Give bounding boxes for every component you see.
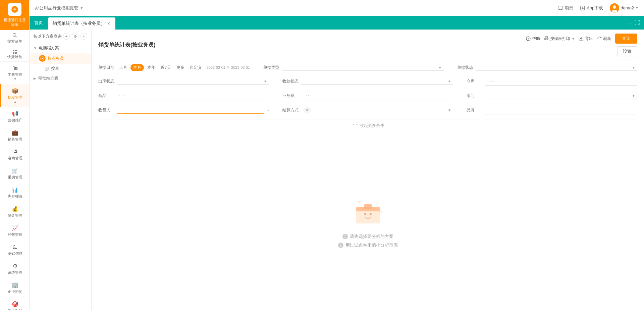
sidebar-item-enterprise[interactable]: 🏢 企业协同 — [0, 278, 29, 298]
filter-receiver: 收货人 ··· — [98, 105, 269, 115]
settle-tag: × — [303, 107, 311, 113]
out-status-select[interactable]: ▼ — [117, 79, 269, 85]
sidebar-logo[interactable]: 畅捷通好生意 标版 — [0, 0, 29, 30]
dept-label: 部门 — [467, 93, 485, 99]
quick-nav[interactable]: 快捷导航 — [0, 47, 29, 62]
sidebar-item-marketing[interactable]: 📢 营销推广 — [0, 107, 29, 126]
filter-row-3: 商品 ··· 业务员 ··· 部门 — [98, 90, 637, 101]
tree-item-by-salesman[interactable]: 按业务员 — [30, 53, 91, 64]
sidebar-item-label: 采购管理 — [8, 175, 22, 180]
logo-subtext: 标版 — [11, 22, 18, 27]
print-btn[interactable]: 按模板打印 ▼ — [544, 36, 575, 42]
collapse-up-icon: ⌃⌃ — [352, 123, 359, 128]
company-dropdown[interactable]: 办公用品行业模拟账套 ▼ — [35, 5, 84, 11]
filter-row-1: 单据日期 上月 本月 本年 近7天 更多 自定义 2023-03-01 至 20… — [98, 63, 637, 72]
tabbar: 首页 销货单统计表（按业务员） ✕ — ⛶ — [30, 16, 644, 30]
tab-maximize-btn[interactable]: ⛶ — [635, 20, 640, 26]
tab-sales-stat[interactable]: 销货单统计表（按业务员） ✕ — [48, 17, 115, 30]
date-tab-last-7[interactable]: 近7天 — [159, 64, 173, 71]
tree-group-desktop[interactable]: ▼ 电脑端方案 — [30, 43, 91, 53]
brand-select[interactable]: ··· — [485, 106, 637, 114]
export-btn[interactable]: 导出 — [579, 36, 593, 42]
collapse-panel-btn[interactable]: « — [80, 33, 87, 40]
tree-arrow-icon: ▼ — [34, 46, 37, 50]
refresh-label: 刷新 — [603, 36, 611, 42]
doc-status-select[interactable]: ▼ — [476, 65, 637, 71]
salesman-dots-icon: ··· — [303, 93, 310, 99]
help-icon: ? — [526, 36, 531, 41]
tab-close-icon[interactable]: ✕ — [107, 21, 110, 26]
sidebar-item-ecom[interactable]: 🖥 电商管理 — [0, 145, 29, 164]
svg-point-30 — [379, 210, 382, 213]
help-label: 帮助 — [532, 36, 540, 42]
sidebar-item-retail[interactable]: 🛍 零售管理 ▼ — [0, 62, 29, 84]
sidebar-item-wholesale[interactable]: 📦 批发管理 ▲ — [0, 84, 29, 107]
collapse-conditions-btn[interactable]: ⌃⌃ 收起更多条件 — [352, 121, 384, 131]
message-btn[interactable]: 消息 — [558, 5, 573, 11]
sidebar-item-inventory[interactable]: 📊 库存核算 — [0, 183, 29, 202]
user-menu[interactable]: demo2 ▼ — [610, 3, 639, 13]
warehouse-select[interactable]: ··· — [485, 77, 637, 86]
app-download-btn[interactable]: App下载 — [580, 5, 603, 11]
sidebar-item-label: 系统管理 — [8, 270, 22, 275]
receiver-input[interactable] — [117, 107, 264, 114]
tab-minimize-btn[interactable]: — — [627, 20, 632, 26]
settle-select[interactable]: × ▼ — [301, 106, 453, 114]
message-label: 消息 — [565, 5, 573, 11]
brand-label: 品牌 — [467, 107, 485, 113]
add-scheme-btn[interactable]: + — [63, 33, 70, 40]
filter-doc-type: 单据类型 ▼ — [263, 63, 443, 72]
date-tab-custom[interactable]: 自定义 — [188, 64, 204, 71]
search-menu[interactable]: 搜索菜单 — [0, 30, 29, 47]
tree-item-by-order[interactable]: 按单 — [30, 64, 91, 73]
hint-2-num: 2 — [338, 243, 343, 248]
sidebar-item-operation[interactable]: 📈 经营管理 — [0, 221, 29, 241]
doc-type-select[interactable]: ▼ — [282, 65, 443, 71]
hint-1-num: 1 — [342, 234, 348, 239]
pay-status-label: 收款状态 — [282, 79, 301, 84]
sidebar-item-purchase[interactable]: 🛒 采购管理 — [0, 164, 29, 183]
warehouse-label: 仓库 — [467, 79, 485, 84]
svg-point-1 — [13, 33, 16, 36]
sidebar-item-finance[interactable]: 💰 资金管理 — [0, 202, 29, 221]
edit-scheme-btn[interactable]: ⊙ — [72, 33, 78, 40]
date-tab-more[interactable]: 更多 — [174, 64, 186, 71]
svg-line-2 — [15, 36, 17, 37]
warehouse-dots-icon: ··· — [487, 78, 494, 84]
date-tab-this-year[interactable]: 本年 — [145, 64, 157, 71]
help-btn[interactable]: ? 帮助 — [526, 36, 540, 42]
sidebar-item-base[interactable]: 🗂 基础信息 — [0, 241, 29, 259]
left-panel: 按以下方案查询 + ⊙ « ▼ 电脑端方案 按业务员 按单 — [30, 30, 92, 310]
sales-icon: 💼 — [12, 130, 18, 136]
date-tab-this-month[interactable]: 本月 — [130, 64, 144, 71]
doc-type-label: 单据类型 — [263, 65, 282, 70]
out-status-label: 出库状态 — [98, 79, 117, 84]
pay-status-select[interactable]: ▼ — [301, 79, 453, 85]
sidebar-item-sales[interactable]: 💼 销售管理 — [0, 126, 29, 145]
retail-icon: 🛍 — [12, 65, 18, 71]
user-name: demo2 — [621, 5, 634, 10]
query-button[interactable]: 查询 — [615, 34, 637, 44]
right-panel: 销货单统计表(按业务员) ? 帮助 按模板打印 ▼ — [92, 30, 644, 310]
filter-settle: 结算方式 × ▼ — [282, 105, 453, 115]
sidebar-item-newbie[interactable]: 🎯 新手引导 — [0, 298, 29, 310]
filter-out-status: 出库状态 ▼ — [98, 77, 269, 86]
active-scheme-icon — [39, 55, 46, 62]
settle-tag-close[interactable]: × — [306, 108, 308, 112]
marketing-icon: 📢 — [12, 110, 18, 117]
setting-button[interactable]: 设置 — [617, 46, 637, 56]
goods-select[interactable]: ··· — [117, 92, 269, 100]
sidebar-item-label: 营销推广 — [8, 118, 22, 123]
sidebar-item-label: 批发管理 — [8, 95, 22, 100]
doc-status-arrow-icon: ▼ — [632, 66, 635, 69]
date-tab-last-month[interactable]: 上月 — [117, 64, 129, 71]
salesman-select[interactable]: ··· — [301, 92, 453, 100]
sidebar-item-system[interactable]: ⚙ 系统管理 — [0, 259, 29, 278]
dept-select[interactable]: ▼ — [485, 93, 637, 99]
tab-home[interactable]: 首页 — [30, 16, 48, 30]
page-header-actions: ? 帮助 按模板打印 ▼ 导出 — [526, 34, 637, 56]
tree-group-mobile[interactable]: ▶ 移动端方案 — [30, 73, 91, 83]
download-icon — [580, 5, 585, 11]
logo-icon — [8, 3, 21, 16]
refresh-btn[interactable]: 刷新 — [597, 36, 611, 42]
